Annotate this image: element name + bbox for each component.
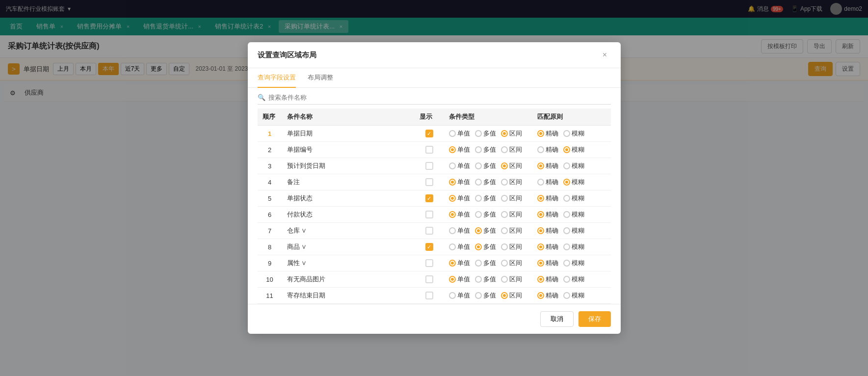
tab-layout-adjust[interactable]: 布局调整 [308, 68, 333, 88]
tab-query-fields[interactable]: 查询字段设置 [258, 68, 296, 88]
search-box: 🔍 [258, 94, 611, 105]
modal-search-area: 🔍 [248, 88, 621, 106]
modal-close-button[interactable]: × [599, 49, 611, 61]
modal-title: 设置查询区域布局 [258, 51, 316, 60]
modal-overlay: 设置查询区域布局 × 查询字段设置 布局调整 🔍 顺序 条件名称 显示 [0, 0, 868, 106]
search-icon: 🔍 [258, 94, 265, 101]
modal-tabs: 查询字段设置 布局调整 [248, 68, 621, 88]
search-input[interactable] [268, 94, 367, 101]
modal-header: 设置查询区域布局 × [248, 42, 621, 68]
modal: 设置查询区域布局 × 查询字段设置 布局调整 🔍 顺序 条件名称 显示 [248, 42, 621, 106]
